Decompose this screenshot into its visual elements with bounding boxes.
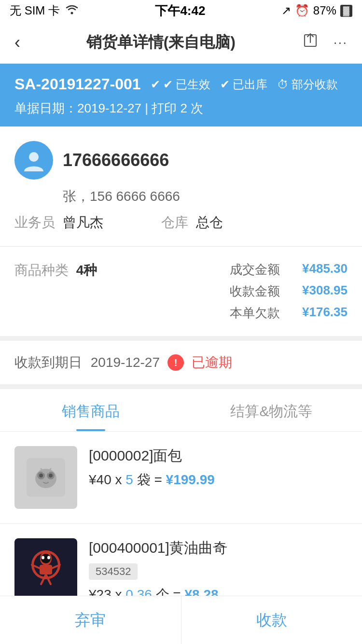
status-bar: 无 SIM 卡 下午4:42 ↗ ⏰ 87% ▓ bbox=[0, 0, 362, 21]
warehouse-label: 仓库 bbox=[161, 215, 188, 230]
customer-phone: 17666666666 bbox=[63, 150, 169, 170]
salesperson-field: 业务员 曾凡杰 bbox=[14, 213, 103, 232]
summary-section: 商品种类 4种 成交金额 ¥485.30 收款金额 ¥308.95 本单欠款 ¥… bbox=[0, 247, 362, 341]
battery-icon: ▓ bbox=[340, 5, 352, 17]
status-left: 无 SIM 卡 bbox=[10, 3, 79, 18]
product-qty-1: 5 bbox=[125, 472, 133, 487]
receipt-value: ¥308.95 bbox=[290, 283, 348, 300]
more-button[interactable]: ··· bbox=[334, 35, 348, 50]
owe-row: 本单欠款 ¥176.35 bbox=[230, 305, 348, 322]
collect-payment-button[interactable]: 收款 bbox=[181, 596, 362, 644]
salesperson-value: 曾凡杰 bbox=[63, 215, 103, 230]
svg-rect-13 bbox=[40, 565, 52, 574]
product-info-1: [0000002]面包 ¥40 x 5 袋 = ¥199.99 bbox=[89, 446, 348, 489]
carrier-label: 无 SIM 卡 bbox=[10, 3, 60, 18]
product-total-1: ¥199.99 bbox=[166, 472, 215, 487]
salesperson-label: 业务员 bbox=[14, 215, 55, 230]
svg-point-7 bbox=[39, 474, 43, 477]
svg-point-4 bbox=[35, 469, 56, 488]
due-date-label: 收款到期日 2019-12-27 bbox=[14, 353, 160, 372]
tab-products[interactable]: 销售商品 bbox=[0, 389, 181, 431]
page-title: 销货单详情(来自电脑) bbox=[86, 32, 236, 53]
customer-top: 17666666666 bbox=[14, 141, 348, 180]
bottom-bar: 弃审 收款 bbox=[0, 596, 362, 644]
deal-value: ¥485.30 bbox=[290, 261, 348, 278]
warehouse-field: 仓库 总仓 bbox=[161, 213, 223, 232]
product-type: 商品种类 4种 bbox=[14, 261, 97, 322]
overdue-icon: ! bbox=[167, 354, 184, 371]
product-thumbnail-2 bbox=[14, 538, 77, 601]
owe-value: ¥176.35 bbox=[290, 305, 348, 322]
deal-label: 成交金额 bbox=[230, 261, 280, 278]
cancel-review-button[interactable]: 弃审 bbox=[0, 596, 181, 644]
wifi-icon bbox=[65, 4, 79, 17]
order-date: 单据日期：2019-12-27 | 打印 2 次 bbox=[14, 100, 348, 117]
check-icon-1: ✔ bbox=[151, 78, 160, 91]
product-thumbnail-1 bbox=[14, 446, 77, 509]
overdue-label: 已逾期 bbox=[192, 353, 232, 372]
customer-info-row: 业务员 曾凡杰 仓库 总仓 bbox=[14, 213, 348, 232]
warehouse-value: 总仓 bbox=[196, 215, 223, 230]
status-time: 下午4:42 bbox=[155, 2, 205, 19]
back-button[interactable]: ‹ bbox=[14, 32, 20, 53]
battery-label: 87% bbox=[313, 4, 336, 17]
status-right: ↗ ⏰ 87% ▓ bbox=[281, 4, 352, 17]
deal-row: 成交金额 ¥485.30 bbox=[230, 261, 348, 278]
svg-point-2 bbox=[29, 152, 39, 162]
tab-settlement[interactable]: 结算&物流等 bbox=[181, 389, 362, 431]
status-badge-2: ✔ 已出库 bbox=[220, 77, 267, 92]
order-id: SA-20191227-001 bbox=[14, 75, 141, 93]
customer-section: 17666666666 张，156 6666 6666 业务员 曾凡杰 仓库 总… bbox=[0, 126, 362, 247]
product-price-1: ¥40 x 5 袋 = ¥199.99 bbox=[89, 471, 348, 489]
alarm-icon: ⏰ bbox=[295, 4, 309, 17]
amount-summary: 成交金额 ¥485.30 收款金额 ¥308.95 本单欠款 ¥176.35 bbox=[230, 261, 348, 322]
type-value: 4种 bbox=[76, 263, 97, 278]
type-label: 商品种类 bbox=[14, 263, 69, 278]
product-name-1: [0000002]面包 bbox=[89, 446, 348, 466]
nav-bar: ‹ 销货单详情(来自电脑) ··· bbox=[0, 21, 362, 64]
nav-actions: ··· bbox=[302, 32, 348, 53]
receipt-row: 收款金额 ¥308.95 bbox=[230, 283, 348, 300]
check-icon-2: ✔ bbox=[220, 78, 230, 91]
product-info-2: [000400001]黄油曲奇 534532 ¥23 x 0.36 个 = ¥8… bbox=[89, 538, 348, 604]
svg-point-20 bbox=[47, 556, 50, 560]
svg-point-8 bbox=[49, 474, 53, 477]
customer-name-phone: 张，156 6666 6666 bbox=[63, 187, 348, 206]
order-header: SA-20191227-001 ✔ ✔ 已生效 ✔ 已出库 ⏱ 部分收款 单据日… bbox=[0, 64, 362, 126]
svg-point-19 bbox=[42, 556, 44, 560]
status-badge-3: ⏱ 部分收款 bbox=[277, 77, 338, 92]
clock-icon: ⏱ bbox=[277, 78, 289, 91]
owe-label: 本单欠款 bbox=[230, 305, 280, 322]
location-icon: ↗ bbox=[281, 4, 291, 17]
receipt-label: 收款金额 bbox=[230, 283, 280, 300]
avatar bbox=[14, 141, 53, 180]
svg-point-0 bbox=[71, 12, 73, 14]
status-badge-1: ✔ ✔ 已生效 bbox=[151, 77, 211, 92]
share-button[interactable] bbox=[302, 32, 319, 53]
list-item: [0000002]面包 ¥40 x 5 袋 = ¥199.99 bbox=[0, 432, 362, 524]
due-date-section: 收款到期日 2019-12-27 ! 已逾期 bbox=[0, 341, 362, 389]
tab-bar: 销售商品 结算&物流等 bbox=[0, 389, 362, 432]
product-name-2: [000400001]黄油曲奇 bbox=[89, 538, 348, 558]
product-badge-2: 534532 bbox=[89, 563, 138, 580]
